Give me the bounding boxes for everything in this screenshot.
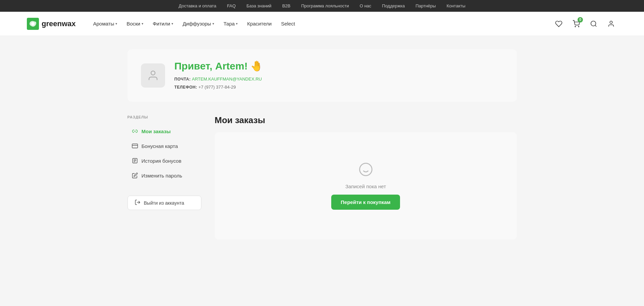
- profile-info: Привет, Artem! 🤚 ПОЧТА: ARTEM.KAUFFMAN@Y…: [175, 60, 263, 91]
- sidebar-menu: Мои заказы Бонусная карта: [128, 124, 201, 182]
- topbar-link-faq[interactable]: FAQ: [227, 3, 236, 8]
- chevron-down-icon: ▾: [142, 22, 143, 26]
- profile-phone-row: ТЕЛЕФОН: +7 (977) 377-84-29: [175, 83, 263, 91]
- svg-point-15: [359, 163, 372, 176]
- topbar-link-knowledge[interactable]: База знаний: [246, 3, 271, 8]
- nav-select[interactable]: Select: [277, 19, 299, 29]
- nav-waxes[interactable]: Воски ▾: [122, 19, 147, 29]
- avatar: [141, 63, 165, 88]
- page-wrapper: Привет, Artem! 🤚 ПОЧТА: ARTEM.KAUFFMAN@Y…: [121, 36, 524, 253]
- profile-phone: +7 (977) 377-84-29: [198, 85, 236, 90]
- chevron-down-icon: ▾: [115, 22, 117, 26]
- logout-icon: [135, 199, 141, 206]
- profile-meta: ПОЧТА: ARTEM.KAUFFMAN@YANDEX.RU ТЕЛЕФОН:…: [175, 75, 263, 91]
- topbar-link-b2b[interactable]: B2B: [282, 3, 291, 8]
- sidebar-item-bonus-history[interactable]: История бонусов: [128, 154, 201, 167]
- card-icon: [132, 143, 138, 149]
- svg-line-5: [595, 25, 596, 27]
- nav-diffusers[interactable]: Диффузоры ▾: [179, 19, 218, 29]
- profile-email-row: ПОЧТА: ARTEM.KAUFFMAN@YANDEX.RU: [175, 75, 263, 83]
- go-shopping-button[interactable]: Перейти к покупкам: [331, 195, 400, 210]
- profile-banner: Привет, Artem! 🤚 ПОЧТА: ARTEM.KAUFFMAN@Y…: [128, 49, 517, 102]
- sidebar-section-label: РАЗДЕЛЫ: [128, 115, 201, 119]
- topbar-link-loyalty[interactable]: Программа лояльности: [301, 3, 349, 8]
- topbar-link-delivery[interactable]: Доставка и оплата: [179, 3, 216, 8]
- chevron-down-icon: ▾: [171, 22, 173, 26]
- svg-point-3: [578, 26, 579, 27]
- sidebar-item-change-password[interactable]: Изменить пароль: [128, 169, 201, 182]
- cart-button[interactable]: 0: [570, 18, 582, 30]
- header-icons: 0: [553, 18, 617, 30]
- orders-box: Записей пока нет Перейти к покупкам: [215, 132, 517, 240]
- chevron-down-icon: ▾: [212, 22, 214, 26]
- orders-title: Мои заказы: [215, 115, 517, 125]
- orders-icon: [132, 128, 138, 135]
- sidebar-item-bonus-card[interactable]: Бонусная карта: [128, 139, 201, 153]
- svg-point-7: [151, 71, 155, 75]
- topbar-link-support[interactable]: Поддержка: [382, 3, 405, 8]
- nav-wicks[interactable]: Фитили ▾: [149, 19, 177, 29]
- content-layout: РАЗДЕЛЫ Мои заказы: [128, 115, 517, 240]
- nav-aromas[interactable]: Ароматы ▾: [89, 19, 121, 29]
- sidebar: РАЗДЕЛЫ Мои заказы: [128, 115, 201, 240]
- logo[interactable]: greenwax: [27, 18, 76, 30]
- empty-text: Записей пока нет: [345, 184, 386, 189]
- account-button[interactable]: [605, 18, 617, 30]
- sidebar-item-orders[interactable]: Мои заказы: [128, 124, 201, 138]
- edit-icon: [132, 172, 138, 179]
- header: greenwax Ароматы ▾ Воски ▾ Фитили ▾ Дифф…: [0, 12, 644, 36]
- logo-text: greenwax: [42, 19, 76, 28]
- svg-rect-8: [132, 144, 138, 148]
- nav-tara[interactable]: Тара ▾: [219, 19, 242, 29]
- wishlist-button[interactable]: [553, 18, 565, 30]
- svg-point-4: [591, 21, 596, 26]
- profile-email[interactable]: ARTEM.KAUFFMAN@YANDEX.RU: [192, 76, 262, 82]
- main-content: Мои заказы Записей пока нет Перейти к по…: [215, 115, 517, 240]
- top-bar: Доставка и оплата FAQ База знаний B2B Пр…: [0, 0, 644, 12]
- logout-button[interactable]: Выйти из аккаунта: [128, 196, 201, 210]
- empty-icon: [358, 162, 373, 178]
- greeting-heading: Привет, Artem! 🤚: [175, 60, 263, 72]
- nav-dyes[interactable]: Красители: [243, 19, 276, 29]
- chevron-down-icon: ▾: [236, 22, 238, 26]
- search-button[interactable]: [588, 18, 600, 30]
- topbar-link-partners[interactable]: Партнёры: [415, 3, 436, 8]
- topbar-link-about[interactable]: О нас: [360, 3, 371, 8]
- svg-point-1: [31, 22, 35, 26]
- topbar-link-contacts[interactable]: Контакты: [447, 3, 465, 8]
- main-nav: Ароматы ▾ Воски ▾ Фитили ▾ Диффузоры ▾ Т…: [89, 19, 553, 29]
- svg-point-6: [610, 21, 612, 23]
- cart-badge: 0: [578, 17, 583, 22]
- svg-point-2: [575, 26, 576, 27]
- history-icon: [132, 157, 138, 164]
